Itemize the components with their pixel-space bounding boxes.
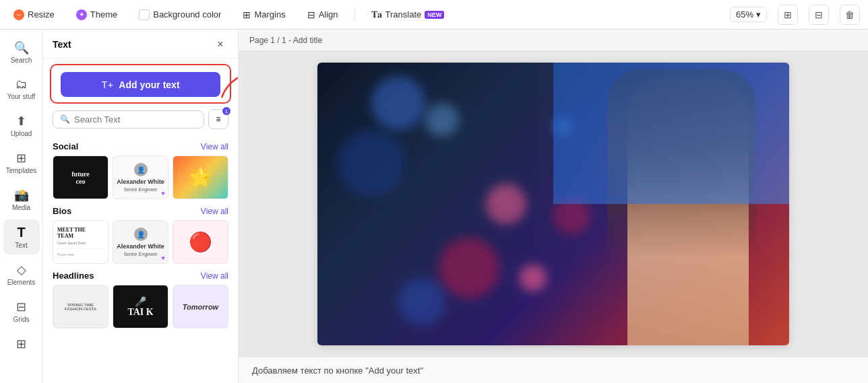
filter-icon: ≡ (216, 114, 220, 124)
bio-role-2: Senior Engineer (123, 252, 157, 256)
grid-icon: ⊞ (784, 9, 792, 20)
theme-label: Theme (90, 9, 117, 20)
search-input[interactable] (74, 114, 197, 125)
grids-icon: ⊟ (16, 300, 26, 314)
bg-color-icon (139, 9, 150, 20)
toolbar-sep-1 (354, 8, 355, 22)
resize-btn[interactable]: ↔ Resize (8, 7, 60, 23)
social-card-2[interactable]: 👤 Alexander White Senior Engineer ★ (113, 155, 168, 199)
sidebar-yourstuff-label: Your stuff (7, 93, 36, 100)
canvas-area: Page 1 / 1 - Add title (239, 30, 868, 383)
bio-avatar: 👤 (134, 163, 148, 176)
bio-role: Senior Engineer (123, 187, 157, 192)
social-card-1[interactable]: futureCEO (53, 155, 108, 199)
add-text-btn[interactable]: T+ Add your text (61, 72, 220, 97)
theme-btn[interactable]: ✦ Theme (71, 7, 123, 23)
toolbar-icon-btn-3[interactable]: 🗑 (840, 5, 860, 25)
sidebar-item-grids[interactable]: ⊟ Grids (3, 294, 40, 328)
align-btn[interactable]: ⊟ Align (302, 7, 344, 23)
bios-card-1[interactable]: MEET THETEAM Lorem Ipsum Dolor Purus vit… (53, 220, 108, 264)
text-panel-title: Text (53, 39, 71, 50)
translate-btn[interactable]: 𝐓𝐚 Translate NEW (366, 6, 450, 23)
bokeh-7 (398, 278, 445, 325)
zoom-control[interactable]: 65% ▾ (730, 7, 767, 22)
bios-card-2[interactable]: 👤 Alexander White Senior Engineer ★ (113, 220, 168, 264)
cursive-text: Tomorrow (183, 303, 218, 311)
social-template-grid: futureCEO 👤 Alexander White Senior Engin… (53, 155, 228, 199)
zoom-value: 65% (736, 9, 753, 20)
sidebar-icons: 🔍 Search 🗂 Your stuff ⬆ Upload ⊞ Templat… (0, 30, 43, 383)
translate-badge: NEW (425, 11, 444, 19)
emoji-icon: 🌟 (189, 166, 212, 188)
search-area: 🔍 ≡ 1 (43, 109, 238, 135)
social-view-all[interactable]: View all (201, 142, 228, 151)
add-text-label: Add your text (119, 79, 179, 90)
filter-btn[interactable]: ≡ 1 (208, 109, 228, 129)
search-input-wrapper: 🔍 (53, 110, 204, 129)
search-icon: 🔍 (14, 40, 29, 55)
sidebar-item-search[interactable]: 🔍 Search (3, 35, 40, 69)
canvas-content[interactable] (239, 51, 868, 357)
circle-icon: 🔴 (189, 231, 212, 253)
talk-text: TAI K (127, 307, 153, 318)
layout-icon: ⊟ (815, 9, 823, 20)
sidebar-item-yourstuff[interactable]: 🗂 Your stuff (3, 72, 40, 106)
social-card-3[interactable]: 🌟 (173, 155, 228, 199)
text-panel-header: Text × (43, 30, 238, 59)
spring-text: SPRING TIMEFASHION FESTA (65, 303, 96, 311)
sidebar-elements-label: Elements (7, 279, 36, 286)
meet-team-sub: Lorem Ipsum Dolor (57, 241, 86, 245)
theme-icon: ✦ (76, 9, 87, 20)
bios-title: Bios (53, 206, 71, 216)
fav-badge: ★ (160, 190, 166, 197)
margins-btn[interactable]: ⊞ Margins (237, 7, 290, 23)
bokeh-5 (439, 238, 499, 298)
social-title: Social (53, 141, 78, 151)
templates-icon: ⊞ (16, 151, 26, 166)
blue-bg (553, 63, 789, 204)
sidebar-item-elements[interactable]: ◇ Elements (3, 257, 40, 291)
margins-icon: ⊞ (243, 9, 251, 20)
search-icon-small: 🔍 (60, 114, 70, 124)
meet-team-title: MEET THETEAM (57, 228, 86, 240)
headlines-section-header: Headlines View all (53, 271, 228, 281)
filter-badge: 1 (222, 107, 230, 115)
sidebar-item-templates[interactable]: ⊞ Templates (3, 145, 40, 180)
close-btn[interactable]: × (212, 36, 228, 53)
bokeh-4 (486, 184, 526, 224)
mic-icon: 🎤 (135, 296, 146, 307)
bios-card-3[interactable]: 🔴 (173, 220, 228, 264)
text-plus-icon: T+ (101, 79, 113, 90)
sidebar-item-extra[interactable]: ⊞ (3, 331, 40, 357)
app-wrapper: ↔ Resize ✦ Theme Background color ⊞ Marg… (0, 0, 868, 383)
bios-view-all[interactable]: View all (201, 207, 228, 216)
bg-color-btn[interactable]: Background color (133, 7, 226, 23)
headlines-card-3[interactable]: Tomorrow (173, 285, 228, 328)
sidebar-item-text[interactable]: T Text (3, 219, 40, 254)
canvas-image (317, 63, 789, 345)
toolbar-icon-btn-1[interactable]: ⊞ (778, 5, 798, 25)
text-icon: T (17, 225, 25, 240)
sidebar-item-media[interactable]: 📸 Media (3, 182, 40, 217)
sidebar-item-upload[interactable]: ⬆ Upload (3, 108, 40, 143)
main-area: 🔍 Search 🗂 Your stuff ⬆ Upload ⊞ Templat… (0, 30, 868, 383)
headlines-view-all[interactable]: View all (201, 271, 228, 281)
headlines-card-1[interactable]: SPRING TIMEFASHION FESTA (53, 285, 108, 328)
bg-color-label: Background color (153, 9, 221, 20)
zoom-chevron: ▾ (756, 9, 761, 20)
folder-icon: 🗂 (16, 77, 28, 92)
meet-team-line (57, 248, 104, 249)
sidebar-grids-label: Grids (13, 316, 30, 323)
align-icon: ⊟ (307, 9, 315, 20)
align-label: Align (319, 9, 338, 20)
sidebar-templates-label: Templates (6, 167, 37, 174)
sidebar-text-label: Text (15, 242, 27, 249)
headlines-card-2[interactable]: 🎤 TAI K (113, 285, 168, 328)
headlines-title: Headlines (53, 271, 94, 281)
elements-icon: ◇ (17, 263, 26, 277)
fav-badge-2: ★ (160, 254, 166, 261)
bio-avatar-2: 👤 (134, 228, 148, 241)
bio-name: Alexander White (117, 178, 164, 185)
toolbar-icon-btn-2[interactable]: ⊟ (809, 5, 829, 25)
text-panel: Text × T+ Add your text 🔍 ≡ 1 (43, 30, 239, 383)
